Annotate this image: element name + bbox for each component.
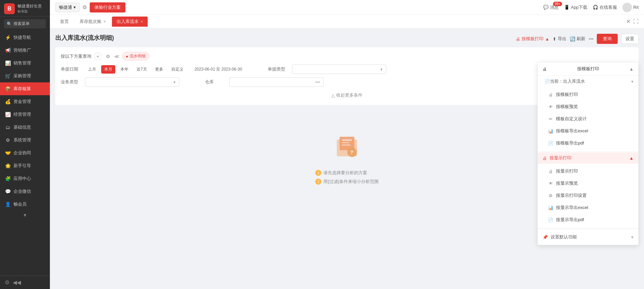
tab-close-all-icon[interactable]: ✕ (626, 18, 631, 25)
sidebar-item-marketing[interactable]: 📢 营销推广 (0, 44, 50, 57)
sidebar-item-member[interactable]: 👤 畅会员 (0, 198, 50, 211)
dropdown-panel-print-icon: 🖨 (543, 67, 547, 72)
filter-tag[interactable]: ● 流水明细 (122, 52, 149, 60)
user-avatar (622, 3, 632, 12)
topbar-gear-icon[interactable]: ⚙ (82, 4, 87, 10)
sidebar-item-quick-nav[interactable]: ⚡ 快捷导航 (0, 31, 50, 44)
trial-industry-button[interactable]: 体验行业方案 (90, 2, 125, 12)
sidebar-item-system[interactable]: ⚙ 系统管理 (0, 134, 50, 147)
sidebar-item-inventory[interactable]: 📦 库存核算 (0, 82, 50, 95)
dropdown-footer: 📌 设置默认功能 ▾ (538, 229, 638, 245)
sidebar-item-newbie[interactable]: 🌟 新手引导 (0, 159, 50, 172)
sidebar-item-purchase[interactable]: 🛒 采购管理 (0, 70, 50, 82)
topbar-right: 💬 消息 99+ 📱 App下载 🎧 在线客服 Rit (543, 3, 639, 12)
member-icon: 👤 (5, 201, 11, 207)
svg-rect-3 (342, 142, 349, 143)
display-print-section-header[interactable]: 🖨 按显示打印 ▲ (538, 152, 638, 164)
refresh-button[interactable]: 🔄 刷新 (570, 36, 585, 42)
template-custom-item[interactable]: ✏ 模板自定义设计 (538, 113, 638, 125)
basic-icon: 🗂 (5, 124, 11, 130)
date-label: 单据日期 (61, 66, 80, 72)
print-dropdown-arrow: ▲ (545, 36, 549, 42)
topbar-tenant-dropdown[interactable]: 畅捷通 ▾ (55, 3, 80, 12)
sidebar-item-finance[interactable]: 💰 资金管理 (0, 95, 50, 108)
sidebar-item-sales[interactable]: 📊 销售管理 (0, 57, 50, 70)
system-icon: ⚙ (5, 137, 11, 143)
action-bar: 🖨 按模板打印 ▲ ⬆ 导出 🔄 刷新 ••• 查询 设置 (516, 34, 639, 44)
dropdown-divider-2 (538, 228, 638, 228)
dropdown-panel-toggle-icon[interactable]: ▲ (629, 67, 634, 72)
search-icon: 🔍 (7, 22, 12, 26)
online-service-button[interactable]: 🎧 在线客服 (593, 4, 617, 10)
main-area: 畅捷通 ▾ ⚙ 体验行业方案 💬 消息 99+ 📱 App下载 🎧 (50, 0, 644, 289)
template-print-item[interactable]: 🖨 按模板打印 (538, 88, 638, 101)
sidebar-item-app-center[interactable]: 🧩 应用中心 (0, 172, 50, 185)
template-pdf-item[interactable]: 📄 按模板导出pdf (538, 137, 638, 149)
sidebar-footer: ⚙ ◀◀ (0, 275, 50, 289)
date-prev-month-btn[interactable]: 上月 (85, 65, 99, 74)
date-more-btn[interactable]: 更多 (152, 65, 166, 74)
messages-button[interactable]: 💬 消息 99+ (543, 4, 559, 10)
app-edition: 标准版 (18, 9, 42, 14)
wechat-icon: 💬 (5, 188, 11, 194)
business-type-select[interactable]: ▾ (85, 77, 179, 87)
display-print-item[interactable]: 🖨 按显示打印 (538, 165, 638, 177)
print-dropdown-panel: 🖨 按模板打印 ▲ 📄 当前：出入库流水 ▾ 🖨 按模板打印 (537, 62, 639, 245)
svg-rect-4 (342, 144, 351, 146)
sidebar-item-operations[interactable]: 📈 经营管理 (0, 108, 50, 121)
nav-scroll-down-btn[interactable]: ▼ (0, 211, 50, 220)
sidebar-collapse-icon[interactable]: ◀◀ (13, 279, 21, 286)
collapse-up-icon: △ (331, 93, 335, 98)
date-current-year-btn[interactable]: 本年 (117, 65, 131, 74)
warehouse-select[interactable]: ••• (229, 77, 324, 87)
dropdown-arrow-icon: ▾ (74, 5, 76, 10)
search-menu-button[interactable]: 🔍 搜索菜单 (4, 19, 46, 28)
dropdown-current-item[interactable]: 📄 当前：出入库流水 ▾ (538, 76, 638, 87)
business-type-arrow-icon: ▾ (173, 80, 176, 85)
display-excel-item[interactable]: 📊 按显示导出excel (538, 202, 638, 214)
more-actions-icon[interactable]: ••• (589, 36, 593, 42)
app-download-button[interactable]: 📱 App下载 (564, 4, 587, 10)
filter-add-button[interactable]: + (94, 53, 101, 60)
display-pdf-icon: 📄 (548, 217, 553, 222)
business-type-label: 业务类型 (61, 79, 80, 85)
display-pdf-item[interactable]: 📄 按显示导出pdf (538, 214, 638, 226)
sidebar-item-collab[interactable]: 🤝 企业协同 (0, 147, 50, 159)
template-preview-item[interactable]: 👁 按模板预览 (538, 101, 638, 113)
query-button[interactable]: 查询 (597, 34, 618, 44)
messages-icon: 💬 (543, 5, 549, 10)
topbar: 畅捷通 ▾ ⚙ 体验行业方案 💬 消息 99+ 📱 App下载 🎧 (50, 0, 644, 15)
date-custom-btn[interactable]: 自定义 (168, 65, 186, 74)
sidebar-item-basic[interactable]: 🗂 基础信息 (0, 121, 50, 134)
sidebar-settings-icon[interactable]: ⚙ (5, 279, 9, 286)
purchase-icon: 🛒 (5, 73, 11, 79)
headset-icon: 🎧 (593, 5, 598, 10)
date-options: 上月 本月 本年 近7天 更多 自定义 (85, 65, 186, 74)
print-template-button[interactable]: 🖨 按模板打印 ▲ (516, 36, 549, 42)
tab-inout-flow[interactable]: 出入库流水 × (112, 17, 148, 27)
date-last-7-days-btn[interactable]: 近7天 (134, 65, 150, 74)
display-preview-item[interactable]: 👁 按显示预览 (538, 177, 638, 189)
export-button[interactable]: ⬆ 导出 (553, 36, 566, 42)
sidebar-item-wechat[interactable]: 💬 企业微信 (0, 185, 50, 198)
tab-inventory-batch-close[interactable]: × (104, 19, 106, 24)
tip-num-2: 2 (315, 179, 321, 185)
warehouse-more-icon[interactable]: ••• (315, 80, 320, 85)
filter-collapse-button[interactable]: ≪ (114, 54, 119, 59)
tab-inout-flow-close[interactable]: × (141, 19, 143, 24)
display-settings-item[interactable]: ⚙ 按显示打印设置 (538, 189, 638, 202)
doc-type-select[interactable]: ▾ (292, 64, 386, 74)
filter-tag-icon: ● (126, 54, 128, 59)
set-default-func-item[interactable]: 📌 设置默认功能 ▾ (543, 232, 634, 242)
tab-expand-icon[interactable]: ⛶ (633, 19, 639, 25)
collab-icon: 🤝 (5, 150, 11, 156)
date-current-month-btn[interactable]: 本月 (101, 65, 115, 74)
settings-button[interactable]: 设置 (621, 34, 639, 44)
sidebar-search-area: 🔍 搜索菜单 (0, 17, 50, 31)
tab-home[interactable]: 首页 (55, 17, 74, 27)
tab-inventory-batch[interactable]: 库存批次账 × (75, 17, 111, 27)
template-excel-item[interactable]: 📊 按模板导出excel (538, 125, 638, 137)
user-avatar-button[interactable]: Rit (622, 3, 639, 12)
filter-setting-button[interactable]: ⚙ (104, 53, 112, 60)
template-print-section: 🖨 按模板打印 👁 按模板预览 ✏ 模板自定义设计 📊 按模板导出excel (538, 87, 638, 151)
